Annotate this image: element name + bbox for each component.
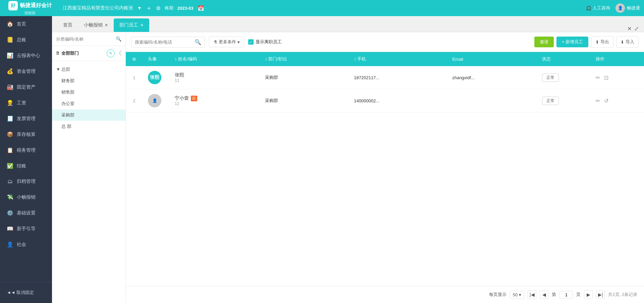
col-settings[interactable]: ⚙: [126, 52, 143, 66]
period-value: 2023-03: [177, 6, 194, 11]
edit-icon-2[interactable]: ✏: [596, 98, 600, 104]
dept-node-office[interactable]: 办公室: [52, 98, 125, 109]
employee-table-container: ⚙ 头像 ↕ 姓名/编码 ↕ 部门/职位 ↕ 手机 Email 状态 操作: [126, 52, 644, 286]
logo-title: 好 畅捷通好会计: [8, 1, 52, 10]
sidebar-item-salary[interactable]: 👷 工资: [0, 95, 52, 111]
sidebar-item-invoice[interactable]: 🧾 发票管理: [0, 111, 52, 127]
per-page-select[interactable]: 50 ▾: [510, 291, 524, 299]
logo-icon: 好: [8, 1, 18, 10]
dept-node-finance[interactable]: 财务部: [52, 75, 125, 87]
tab-dept-close-icon[interactable]: ✕: [140, 23, 144, 27]
close-window-button[interactable]: ✕: [627, 26, 632, 32]
dept-tree: ▼ 总部 财务部 销售部 办公室 采购部 总 部: [52, 61, 125, 303]
support-button[interactable]: 🎧 人工咨询: [586, 5, 610, 11]
dept-node-purchase[interactable]: 采购部: [52, 109, 125, 121]
expense-icon: 💸: [7, 194, 13, 200]
add-dept-button[interactable]: ✎: [107, 49, 115, 57]
sidebar-item-ledger[interactable]: 📒 总账: [0, 32, 52, 48]
all-dept-label[interactable]: ⠿ 全部部门: [56, 50, 79, 56]
col-name[interactable]: ↕ 姓名/编码: [169, 52, 260, 66]
user-area[interactable]: 👤 畅捷通: [615, 3, 640, 13]
sidebar-item-inventory[interactable]: 📦 库存核算: [0, 127, 52, 142]
page-input[interactable]: [559, 291, 573, 299]
sidebar-item-social[interactable]: 👤 社会: [0, 237, 52, 252]
col-dept[interactable]: ↕ 部门/职位: [260, 52, 348, 66]
content-area: 首页 小畅报销 ✕ 部门员工 ✕ ✕ ⤢ 🔍: [52, 16, 644, 303]
total-info: 共1页, 2条记录: [608, 292, 637, 298]
edit-icon-1[interactable]: ✏: [596, 74, 600, 81]
invite-button[interactable]: 邀请: [534, 37, 554, 47]
chevron-down-icon: ▾: [237, 40, 240, 45]
per-page-value: 50: [513, 292, 518, 297]
dept-node-zongbu[interactable]: ▼ 总部: [52, 64, 125, 75]
prev-page-button[interactable]: ◀: [540, 290, 548, 299]
add-employee-label: + 新增员工: [562, 39, 583, 45]
dept-search-icon[interactable]: 🔍: [116, 36, 121, 42]
tab-home[interactable]: 首页: [57, 18, 78, 32]
employee-table: ⚙ 头像 ↕ 姓名/编码 ↕ 部门/职位 ↕ 手机 Email 状态 操作: [126, 52, 644, 112]
sidebar-item-expense[interactable]: 💸 小畅报销: [0, 189, 52, 205]
next-page-button[interactable]: ▶: [584, 290, 593, 299]
col-phone[interactable]: ↕ 手机: [348, 52, 447, 66]
tab-dept-employee[interactable]: 部门员工 ✕: [114, 18, 149, 32]
sidebar-item-label: 资金管理: [17, 68, 36, 74]
dept-search-input[interactable]: [56, 37, 114, 42]
employee-search-input[interactable]: [135, 40, 193, 45]
home-icon: 🏠: [7, 21, 13, 27]
employee-code-1: 11: [175, 78, 254, 83]
filter-label: 更多条件: [219, 39, 236, 45]
col-actions: 操作: [590, 52, 644, 66]
sidebar-item-tax[interactable]: 📋 税务管理: [0, 142, 52, 158]
sidebar-item-reports[interactable]: 📊 云报表中心: [0, 48, 52, 63]
sidebar-item-label: 归档管理: [17, 179, 36, 185]
settings-button[interactable]: ⚙: [156, 5, 161, 11]
add-employee-button[interactable]: + 新增员工: [556, 37, 588, 47]
sidebar-item-archive[interactable]: 🗂 归档管理: [0, 174, 52, 189]
import-button[interactable]: ⬇ 导入: [616, 36, 639, 48]
sidebar-item-label: 基础设置: [17, 210, 36, 216]
import-label: 导入: [626, 39, 634, 45]
show-resigned-checkbox[interactable]: ✓ 显示离职员工: [248, 39, 282, 45]
right-panel: 🔍 ⚗ 更多条件 ▾ ✓ 显示离职员工 邀请: [126, 32, 644, 303]
tab-expense-label: 小畅报销: [84, 22, 103, 28]
first-page-button[interactable]: |◀: [528, 290, 536, 299]
export-button[interactable]: ⬆ 导出: [591, 36, 613, 48]
table-row: 2 👤 宁小壹 应 12: [126, 89, 644, 112]
tab-dept-label: 部门员工: [119, 22, 138, 28]
sidebar-bottom: ◄◄ 取消固定: [0, 282, 52, 303]
sidebar-item-guide[interactable]: 📖 新手引导: [0, 221, 52, 237]
col-avatar: 头像: [143, 52, 169, 66]
table-header-row: ⚙ 头像 ↕ 姓名/编码 ↕ 部门/职位 ↕ 手机 Email 状态 操作: [126, 52, 644, 66]
sidebar-item-settings[interactable]: ⚙️ 基础设置: [0, 205, 52, 221]
tab-expense-close-icon[interactable]: ✕: [105, 23, 108, 27]
sidebar-item-label: 小畅报销: [17, 194, 36, 200]
expand-window-button[interactable]: ⤢: [634, 26, 639, 32]
sidebar-item-settle[interactable]: ✅ 结账: [0, 158, 52, 174]
add-company-button[interactable]: ＋: [146, 5, 152, 11]
dept-node-sales[interactable]: 销售部: [52, 87, 125, 98]
row-num-1: 1: [126, 66, 143, 89]
filter-button[interactable]: ⚗ 更多条件 ▾: [209, 37, 244, 47]
dept-node-headquarters[interactable]: 总 部: [52, 121, 125, 132]
sidebar-item-home[interactable]: 🏠 首页: [0, 16, 52, 32]
page-unit: 页: [576, 292, 581, 298]
left-panel: 🔍 ⠿ 全部部门 ✎ 《 ▼ 总部 财务部 销售部 办公室: [52, 32, 126, 303]
last-page-button[interactable]: ▶|: [596, 290, 605, 299]
employee-code-2: 12: [175, 101, 254, 106]
refresh-icon-2[interactable]: ↺: [604, 98, 608, 104]
avatar-1: 张熙: [148, 71, 161, 84]
sidebar-item-assets[interactable]: 🏭 固定资产: [0, 79, 52, 95]
calendar-icon[interactable]: 📅: [198, 5, 204, 11]
company-dropdown-button[interactable]: ▼: [137, 5, 142, 11]
logout-icon-1[interactable]: ⊡: [604, 74, 608, 81]
sidebar-item-label: 总账: [17, 37, 26, 43]
sidebar-item-funds[interactable]: 💰 资金管理: [0, 63, 52, 79]
period-label: 账期: [165, 5, 173, 11]
avatar-2: 👤: [148, 94, 161, 107]
badge-ying: 应: [191, 96, 197, 101]
employee-search-icon[interactable]: 🔍: [195, 39, 201, 45]
collapse-panel-button[interactable]: 《: [116, 49, 121, 57]
archive-icon: 🗂: [7, 179, 13, 185]
unpin-button[interactable]: ◄◄ 取消固定: [0, 286, 52, 299]
tab-expense[interactable]: 小畅报销 ✕: [78, 18, 114, 32]
